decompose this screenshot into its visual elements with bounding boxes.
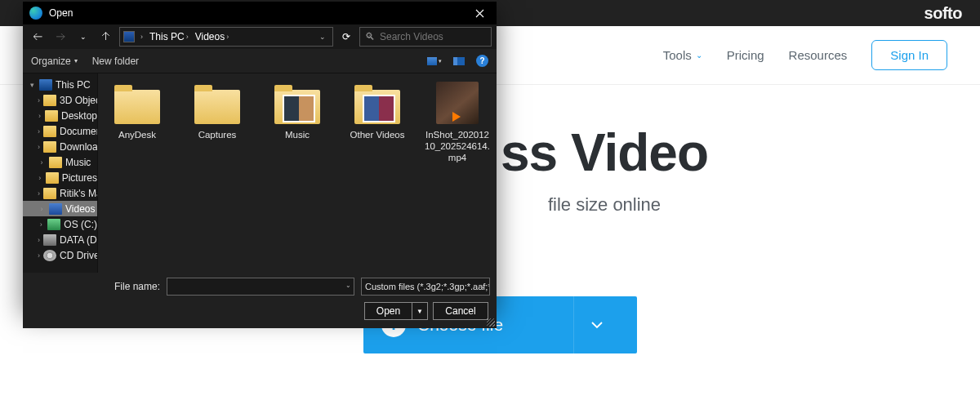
up-button[interactable]: 🡡	[96, 27, 116, 47]
expander-icon[interactable]: ›	[38, 236, 40, 244]
chevron-down-icon: ⌄	[696, 51, 702, 60]
breadcrumb-this-pc[interactable]: This PC›	[148, 29, 190, 44]
expander-icon[interactable]: ›	[38, 205, 46, 213]
file-item-label: Other Videos	[343, 129, 412, 140]
file-item[interactable]: Music	[263, 82, 332, 140]
pc-icon	[123, 31, 135, 42]
recent-dropdown[interactable]: ⌄	[74, 27, 93, 47]
tree-node-label: This PC	[56, 79, 91, 91]
tree-node-ritik-s-mate[interactable]: ›Ritik's Mate	[23, 185, 97, 201]
fold-icon	[43, 141, 56, 153]
fold-icon	[43, 95, 56, 106]
file-item[interactable]: Captures	[183, 82, 252, 140]
back-button[interactable]: 🡠	[28, 27, 47, 47]
tree-node-label: DATA (D:)	[60, 234, 98, 246]
filename-history-dropdown[interactable]: ⌄	[345, 282, 351, 289]
fold-icon	[43, 126, 56, 137]
nav-resources[interactable]: Resources	[789, 48, 848, 62]
filename-input[interactable]	[167, 278, 354, 296]
tree-node-label: Pictures	[62, 172, 97, 184]
search-icon: 🔍︎	[365, 31, 375, 42]
dialog-title: Open	[49, 7, 462, 19]
file-grid[interactable]: AnyDeskCapturesMusicOther VideosInShot_2…	[98, 73, 497, 273]
nav-tools-label: Tools	[663, 48, 692, 62]
open-button[interactable]: Open	[364, 302, 412, 320]
expander-icon[interactable]: ›	[38, 174, 42, 182]
open-dropdown[interactable]: ▼	[412, 302, 428, 320]
file-type-filter[interactable]: Custom files (*.3g2;*.3gp;*.aaf;*. ⌄	[361, 278, 490, 296]
tree-node-data-d-[interactable]: ›DATA (D:)	[23, 232, 97, 247]
signin-button[interactable]: Sign In	[871, 40, 947, 70]
dialog-footer: File name: ⌄ Custom files (*.3g2;*.3gp;*…	[23, 273, 497, 328]
tree-node-label: Documents	[60, 126, 98, 137]
close-icon	[475, 9, 484, 18]
fold-icon	[43, 188, 56, 199]
tree-node-3d-objects[interactable]: ›3D Objects	[23, 92, 97, 108]
tree-node-documents[interactable]: ›Documents	[23, 123, 97, 139]
breadcrumb-sep[interactable]: ›	[138, 31, 145, 42]
tree-node-pictures[interactable]: ›Pictures	[23, 170, 97, 185]
file-item[interactable]: AnyDesk	[103, 82, 172, 140]
tree-node-desktop[interactable]: ›Desktop	[23, 108, 97, 123]
expander-icon[interactable]: ›	[38, 112, 42, 120]
address-bar[interactable]: › This PC› Videos› ⌄	[119, 27, 333, 47]
video-thumbnail-icon	[436, 82, 479, 124]
expander-icon[interactable]: ›	[38, 158, 46, 167]
expander-icon[interactable]: ›	[38, 127, 40, 136]
folder-icon	[114, 90, 160, 124]
tree-node-downloads[interactable]: ›Downloads	[23, 139, 97, 154]
diskg-icon	[47, 219, 60, 230]
chevron-down-icon: ⌄	[480, 282, 486, 290]
edge-icon	[29, 7, 42, 20]
tree-node-label: Music	[65, 157, 91, 168]
file-open-dialog: Open 🡠 🡢 ⌄ 🡡 › This PC› Videos› ⌄ ⟳ 🔍︎ O…	[23, 2, 497, 310]
expander-icon[interactable]: ▾	[28, 81, 36, 89]
tree-node-label: OS (C:)	[64, 219, 97, 230]
close-button[interactable]	[462, 2, 497, 24]
nav-tools[interactable]: Tools⌄	[663, 48, 702, 62]
tree-node-label: Downloads	[60, 141, 98, 153]
cancel-button[interactable]: Cancel	[433, 302, 488, 320]
tree-node-videos[interactable]: ›Videos	[23, 201, 97, 216]
expander-icon[interactable]: ›	[38, 220, 44, 229]
resize-handle[interactable]	[487, 318, 495, 327]
breadcrumb-videos[interactable]: Videos›	[194, 29, 230, 44]
folder-icon	[274, 90, 320, 124]
folder-icon	[194, 90, 240, 124]
expander-icon[interactable]: ›	[38, 251, 40, 260]
file-item-label: Music	[263, 129, 332, 140]
dialog-titlebar[interactable]: Open	[23, 2, 497, 24]
address-history-dropdown[interactable]: ⌄	[316, 33, 329, 41]
expander-icon[interactable]: ›	[38, 96, 40, 104]
help-icon[interactable]: ?	[476, 55, 488, 67]
new-folder-button[interactable]: New folder	[92, 56, 139, 67]
file-item[interactable]: Other Videos	[343, 82, 412, 140]
expander-icon[interactable]: ›	[38, 143, 40, 151]
choose-file-dropdown[interactable]	[573, 296, 619, 353]
folder-tree[interactable]: ▾This PC›3D Objects›Desktop›Documents›Do…	[23, 73, 98, 273]
site-logo: softo	[924, 4, 962, 23]
tree-node-music[interactable]: ›Music	[23, 154, 97, 170]
file-item-label: Captures	[183, 129, 252, 140]
preview-pane-button[interactable]	[452, 56, 466, 67]
search-input[interactable]	[380, 31, 486, 42]
expander-icon[interactable]: ›	[38, 189, 40, 198]
tree-node-this-pc[interactable]: ▾This PC	[23, 77, 97, 92]
refresh-button[interactable]: ⟳	[336, 27, 356, 47]
open-split-button[interactable]: Open ▼	[364, 302, 428, 320]
tree-node-os-c-[interactable]: ›OS (C:)	[23, 216, 97, 232]
forward-button[interactable]: 🡢	[51, 27, 70, 47]
pc-icon	[39, 79, 52, 91]
view-mode-button[interactable]: ▾	[427, 56, 442, 67]
disk-icon	[43, 234, 56, 246]
tree-node-cd-drive-f-i[interactable]: ›CD Drive (F:) I	[23, 247, 97, 263]
tree-node-label: Ritik's Mate	[60, 188, 98, 199]
file-item-label: InShot_20201210_202524614.mp4	[423, 129, 492, 163]
organize-menu[interactable]: Organize▾	[31, 56, 78, 67]
fold-icon	[46, 172, 59, 184]
file-item[interactable]: InShot_20201210_202524614.mp4	[423, 82, 492, 163]
tree-node-label: Desktop	[61, 110, 97, 122]
search-box[interactable]: 🔍︎	[359, 27, 492, 47]
fold-icon	[45, 110, 58, 122]
nav-pricing[interactable]: Pricing	[727, 48, 764, 62]
